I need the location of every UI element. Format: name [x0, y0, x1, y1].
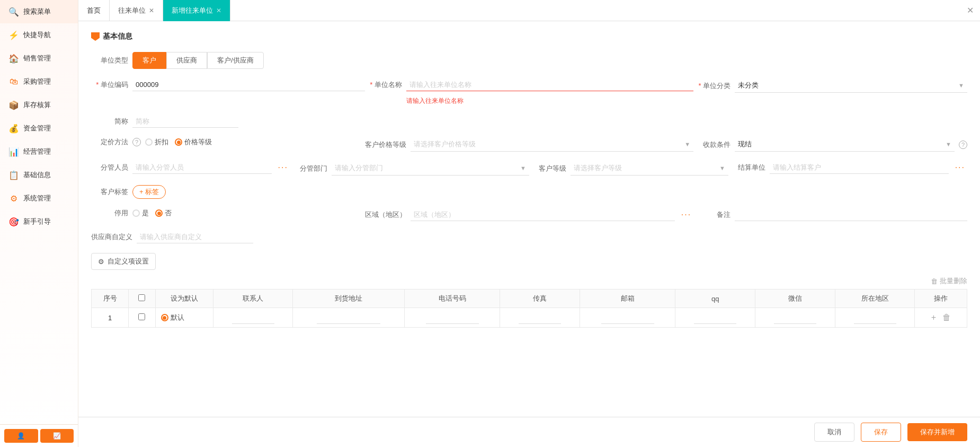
sidebar-label-quick-nav: 快捷导航 [23, 30, 51, 40]
pricing-radio-discount[interactable]: 折扣 [145, 137, 168, 147]
cancel-button[interactable]: 取消 [814, 423, 854, 442]
fax-input[interactable] [519, 311, 561, 324]
close-partners-tab-icon[interactable]: ✕ [149, 7, 154, 14]
sidebar-label-sales: 销售管理 [23, 54, 51, 63]
pricing-method-field: 定价方法 ? 折扣 价格等级 [91, 137, 365, 147]
disabled-radio-yes[interactable]: 是 [132, 208, 149, 218]
region-table-input[interactable] [854, 311, 896, 324]
close-new-partner-tab-icon[interactable]: ✕ [216, 7, 221, 14]
contact-input[interactable] [232, 311, 274, 324]
custom-settings-label: 自定义项设置 [108, 257, 149, 266]
unit-code-field: 单位编码 [91, 78, 365, 91]
sidebar-item-operations[interactable]: 📊 经营管理 [0, 140, 78, 163]
cell-seq: 1 [92, 308, 129, 328]
th-default: 设为默认 [155, 290, 213, 308]
sidebar: 🔍 搜索菜单 ⚡ 快捷导航 🏠 销售管理 🛍 采购管理 📦 库存核算 💰 资金管… [0, 0, 78, 447]
tab-new-partner[interactable]: 新增往来单位 ✕ [163, 0, 230, 21]
abbreviation-label: 简称 [91, 117, 128, 126]
abbreviation-input[interactable] [132, 115, 238, 128]
customer-price-level-select[interactable]: 请选择客户价格等级 ▼ [411, 137, 693, 152]
tab-partners[interactable]: 往来单位 ✕ [110, 0, 163, 21]
settlement-label: 结算单位 [728, 163, 765, 172]
region-input[interactable] [411, 208, 675, 221]
settlement-input[interactable] [770, 161, 949, 174]
settlement-field: 结算单位 ··· [728, 161, 967, 174]
cell-qq [675, 308, 755, 328]
custom-settings-button[interactable]: ⚙ 自定义项设置 [91, 253, 156, 270]
remarks-input[interactable] [735, 208, 967, 221]
address-input[interactable] [317, 311, 380, 324]
settlement-more-icon[interactable]: ··· [953, 163, 967, 172]
sidebar-item-inventory[interactable]: 📦 库存核算 [0, 93, 78, 117]
department-select[interactable]: 请输入分管部门 ▼ [332, 161, 529, 176]
sidebar-item-basic-info[interactable]: 📋 基础信息 [0, 163, 78, 187]
sidebar-item-finance[interactable]: 💰 资金管理 [0, 117, 78, 140]
th-address: 到货地址 [293, 290, 404, 308]
flag-icon [91, 32, 100, 41]
house-icon: 🏠 [8, 53, 19, 64]
region-more-icon[interactable]: ··· [679, 210, 693, 220]
content-area: 基本信息 单位类型 客户 供应商 客户/供应商 单位编码 单位名称 [78, 21, 980, 417]
payment-terms-label: 收款条件 [693, 140, 730, 150]
customer-level-select[interactable]: 请选择客户等级 ▼ [571, 161, 728, 176]
email-input[interactable] [601, 311, 654, 324]
pricing-help-icon[interactable]: ? [132, 138, 141, 146]
sidebar-item-sales[interactable]: 🏠 销售管理 [0, 47, 78, 70]
sidebar-label-basic-info: 基础信息 [23, 170, 51, 180]
unit-category-chevron-icon: ▼ [958, 82, 964, 89]
th-fax: 传真 [500, 290, 580, 308]
save-and-new-button[interactable]: 保存并新增 [907, 423, 967, 441]
row-checkbox[interactable] [138, 313, 145, 320]
add-tag-button[interactable]: + 标签 [132, 185, 166, 199]
save-button[interactable]: 保存 [861, 423, 901, 442]
manager-more-icon[interactable]: ··· [276, 163, 290, 172]
sidebar-item-guide[interactable]: 🎯 新手引导 [0, 210, 78, 233]
unit-category-value: 未分类 [738, 81, 956, 90]
sidebar-label-inventory: 库存核算 [23, 100, 51, 110]
sidebar-item-system[interactable]: ⚙ 系统管理 [0, 187, 78, 210]
qq-input[interactable] [694, 311, 736, 324]
payment-terms-chevron-icon: ▼ [946, 141, 951, 147]
sidebar-item-purchase[interactable]: 🛍 采购管理 [0, 70, 78, 93]
unit-name-label: 单位名称 [365, 80, 402, 90]
close-all-tabs-button[interactable]: ✕ [960, 5, 980, 15]
default-radio[interactable]: 默认 [161, 313, 208, 322]
payment-terms-select[interactable]: 现结 ▼ [735, 137, 955, 152]
customer-level-field: 客户等级 请选择客户等级 ▼ [529, 161, 728, 176]
section-title: 基本信息 [91, 32, 967, 41]
payment-terms-help-icon[interactable]: ? [959, 141, 967, 149]
disabled-radio-no[interactable]: 否 [155, 208, 172, 218]
sidebar-bottom-btn-1[interactable]: 👤 [4, 429, 38, 443]
cell-address [293, 308, 404, 328]
sidebar-bottom-btn-2[interactable]: 📈 [40, 429, 74, 443]
unit-category-select[interactable]: 未分类 ▼ [735, 78, 967, 93]
unit-btn-supplier[interactable]: 供应商 [166, 52, 207, 69]
delete-row-button[interactable]: 🗑 [940, 312, 953, 323]
sidebar-item-quick-nav[interactable]: ⚡ 快捷导航 [0, 23, 78, 47]
unit-btn-customer[interactable]: 客户 [132, 52, 166, 69]
table-row: 1 默认 [92, 308, 967, 328]
box-icon: 📦 [8, 100, 19, 110]
pricing-radio-level[interactable]: 价格等级 [175, 137, 212, 147]
disabled-label: 停用 [91, 208, 128, 218]
tab-home[interactable]: 首页 [78, 0, 110, 21]
tab-partners-label: 往来单位 [118, 6, 146, 15]
table-header-row: 序号 设为默认 联系人 到货地址 电话号码 传真 邮箱 qq 微信 所在地区 操… [92, 290, 967, 308]
customer-price-level-field: 客户价格等级 请选择客户价格等级 ▼ [365, 137, 693, 152]
manager-input[interactable] [132, 161, 272, 174]
unit-type-group: 客户 供应商 客户/供应商 [132, 52, 264, 69]
lightning-icon: ⚡ [8, 30, 19, 40]
unit-code-input[interactable] [132, 78, 365, 91]
th-action: 操作 [915, 290, 967, 308]
supplier-custom-input[interactable] [137, 231, 253, 243]
wechat-input[interactable] [774, 311, 816, 324]
sidebar-label-system: 系统管理 [23, 194, 51, 203]
unit-name-input[interactable] [406, 78, 693, 91]
batch-delete-button[interactable]: 🗑 批量删除 [931, 276, 967, 286]
select-all-checkbox[interactable] [138, 294, 145, 301]
sidebar-item-search[interactable]: 🔍 搜索菜单 [0, 0, 78, 23]
supplier-custom-row: 供应商自定义 [91, 231, 967, 243]
add-row-button[interactable]: + [929, 312, 938, 323]
unit-btn-both[interactable]: 客户/供应商 [207, 52, 264, 69]
phone-input[interactable] [426, 311, 479, 324]
